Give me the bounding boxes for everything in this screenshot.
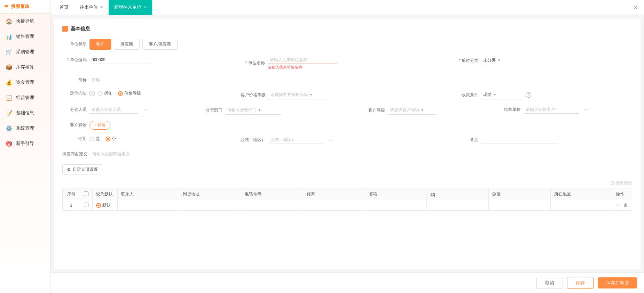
sidebar-item-inventory[interactable]: 📦库存核算	[0, 59, 50, 75]
payment-terms-value: 现结	[483, 92, 492, 98]
abbreviation-label: 简称	[62, 77, 87, 83]
cancel-button[interactable]: 取消	[536, 277, 563, 289]
custom-settings-button[interactable]: ⚙ 自定义项设置	[62, 164, 102, 174]
basic-icon: 📝	[6, 109, 13, 116]
row-contact[interactable]	[117, 200, 179, 211]
settlement-more-btn[interactable]: ···	[582, 107, 589, 113]
form-content: 基本信息 单位类型 客户 供应商 客户/供应商 单位编码 单位名称	[54, 19, 641, 269]
payment-terms-select[interactable]: 现结 ▼	[481, 90, 523, 99]
pricing-help-icon[interactable]: ?	[89, 91, 95, 96]
tab-partners[interactable]: 往来单位 ✕	[74, 0, 109, 15]
tab-new-partner[interactable]: 新增往来单位 ✕	[109, 0, 152, 15]
email-input[interactable]	[369, 203, 423, 208]
select-all-checkbox[interactable]	[84, 192, 88, 196]
supplier-custom-input[interactable]	[90, 150, 167, 158]
table-row: 1 默认	[63, 200, 632, 211]
disabled-no-radio[interactable]: 否	[105, 136, 116, 142]
region-input[interactable]	[268, 136, 324, 144]
manager-more-btn[interactable]: ···	[141, 107, 148, 113]
add-tag-button[interactable]: + 标签	[89, 121, 110, 130]
col-address: 到货地址	[179, 188, 241, 200]
sales-icon: 📊	[6, 33, 13, 40]
col-check	[80, 188, 93, 200]
customer-level-select[interactable]: 请选择客户等级 ▼	[388, 106, 437, 115]
pricing-discount-radio[interactable]: 折扣	[98, 90, 112, 96]
row-email[interactable]	[365, 200, 427, 211]
row-address[interactable]	[179, 200, 241, 211]
col-fax: 传真	[303, 188, 365, 200]
customer-level-label: 客户等级	[361, 107, 385, 113]
pricing-level-circle	[118, 91, 123, 96]
row-default-radio[interactable]: 默认	[96, 202, 114, 208]
operations-icon: 📋	[6, 94, 13, 101]
save-new-button[interactable]: 保存并新增	[598, 277, 637, 288]
abbreviation-input[interactable]	[89, 76, 159, 84]
sidebar-item-operations[interactable]: 📋经营管理	[0, 90, 50, 105]
unit-type-supplier-btn[interactable]: 供应商	[114, 39, 140, 50]
wechat-input[interactable]	[492, 203, 547, 208]
unit-type-row: 单位类型 客户 供应商 客户/供应商	[62, 39, 632, 50]
manager-input[interactable]	[89, 106, 138, 114]
tab-partners-close[interactable]: ✕	[100, 5, 103, 10]
batch-delete-label[interactable]: 批量删除	[615, 180, 632, 186]
remarks-field: 备注	[454, 136, 632, 144]
sidebar-item-system[interactable]: ⚙️系统管理	[0, 121, 50, 136]
disabled-yes-label: 是	[96, 136, 100, 142]
sidebar-item-basic[interactable]: 📝基础信息	[0, 105, 50, 121]
unit-name-input[interactable]	[268, 56, 337, 64]
fax-input[interactable]	[307, 203, 361, 208]
row-qq[interactable]	[427, 200, 489, 211]
department-select[interactable]: 请输入分管部门 ▼	[225, 106, 281, 115]
unit-type-both-btn[interactable]: 客户/供应商	[142, 39, 178, 50]
unit-type-field: 单位类型 客户 供应商 客户/供应商	[62, 39, 632, 50]
unit-category-value: 未分类	[483, 57, 496, 63]
sidebar-item-label: 基础信息	[16, 110, 34, 116]
abbreviation-field: 简称	[62, 76, 632, 84]
sidebar-item-sales[interactable]: 📊销售管理	[0, 29, 50, 44]
row-fax[interactable]	[303, 200, 365, 211]
sidebar-item-purchase[interactable]: 🛒采购管理	[0, 44, 50, 59]
address-input[interactable]	[183, 203, 237, 208]
unit-category-label: 单位分类	[454, 58, 478, 64]
row-region-input[interactable]	[554, 203, 609, 208]
tab-home[interactable]: 首页	[54, 0, 74, 15]
phone-input[interactable]	[245, 203, 299, 208]
sidebar-item-quick-nav[interactable]: 🏠快捷导航	[0, 14, 50, 29]
sidebar-bottom	[0, 286, 50, 293]
settlement-input[interactable]	[524, 106, 579, 114]
sidebar-item-label: 系统管理	[16, 125, 34, 131]
payment-help-icon[interactable]: ?	[526, 92, 531, 98]
remarks-input[interactable]	[481, 136, 558, 144]
disabled-yes-radio[interactable]: 是	[89, 136, 100, 142]
search-menu-button[interactable]: ☰ 搜索菜单	[4, 3, 46, 10]
col-contact: 联系人	[117, 188, 179, 200]
department-field: 分管部门 请输入分管部门 ▼	[198, 106, 361, 115]
row-delete-btn[interactable]: 🗑	[623, 203, 628, 207]
qq-input[interactable]	[430, 203, 485, 208]
manager-row: 分管人员 ··· 分管部门 请输入分管部门 ▼ 客户等级 请选择客户等级 ▼ 结…	[62, 106, 632, 115]
row-checkbox[interactable]	[84, 203, 88, 207]
department-label: 分管部门	[198, 107, 222, 113]
pricing-row: 定价方法 ? 折扣 价格等级 客户价格等级 请选择客户价格等级	[62, 90, 632, 99]
row-wechat[interactable]	[489, 200, 551, 211]
region-more-btn[interactable]: ···	[327, 137, 334, 143]
unit-type-customer-btn[interactable]: 客户	[89, 39, 111, 50]
chevron-down-icon: ▼	[497, 58, 501, 62]
row-add-btn[interactable]: ＋	[616, 203, 620, 207]
row-phone[interactable]	[241, 200, 303, 211]
inventory-icon: 📦	[6, 64, 13, 71]
customer-price-level-select[interactable]: 请选择客户价格等级 ▼	[268, 90, 331, 99]
tab-bar-close-button[interactable]: ✕	[630, 3, 641, 12]
save-button[interactable]: 保存	[567, 277, 594, 289]
section-basic-info: 基本信息	[62, 26, 632, 32]
row-region[interactable]	[550, 200, 612, 211]
tab-bar: 首页 往来单位 ✕ 新增往来单位 ✕ ✕	[50, 0, 644, 15]
sidebar-item-guide[interactable]: 🎯新手引导	[0, 136, 50, 151]
row-check	[80, 200, 93, 211]
pricing-level-radio[interactable]: 价格等级	[118, 90, 141, 96]
tab-new-partner-close[interactable]: ✕	[143, 5, 147, 10]
sidebar-item-finance[interactable]: 💰资金管理	[0, 75, 50, 90]
contact-input[interactable]	[121, 203, 176, 208]
unit-code-input[interactable]	[89, 56, 152, 64]
unit-category-select[interactable]: 未分类 ▼	[481, 56, 530, 65]
